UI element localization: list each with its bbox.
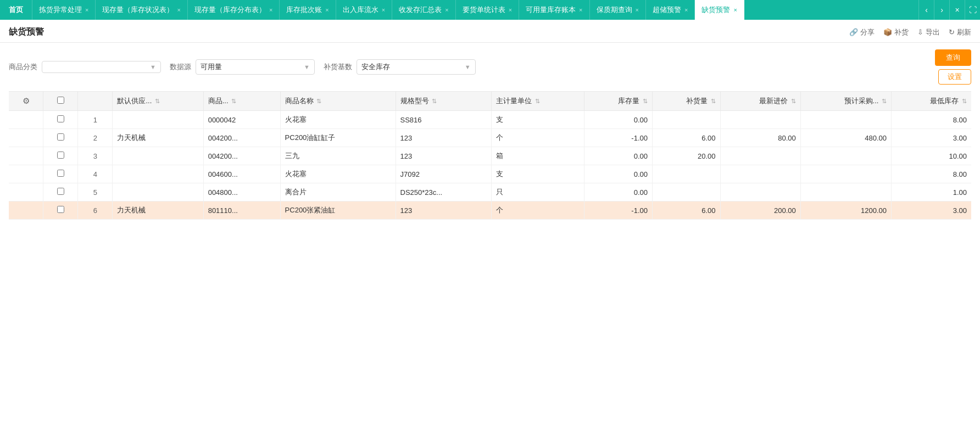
tab-shortage[interactable]: 缺货预警 × (695, 0, 744, 20)
row-est-cell (800, 183, 891, 201)
sort-icon: ⇅ (962, 98, 967, 104)
row-checkbox[interactable] (57, 152, 64, 159)
tab-expiry[interactable]: 保质期查询 × (590, 0, 646, 20)
table-row: 1 0000042 火花塞 SS816 支 0.00 8.00 (9, 111, 971, 129)
select-all-checkbox[interactable] (57, 97, 64, 104)
settings-button[interactable]: 设置 (938, 69, 971, 85)
row-supplier-cell (113, 165, 203, 183)
table-body: 1 0000042 火花塞 SS816 支 0.00 8.00 2 力天机械 0… (9, 111, 971, 220)
row-check-cell[interactable] (43, 201, 78, 220)
share-label: 分享 (860, 27, 875, 37)
close-icon[interactable]: × (325, 7, 328, 13)
row-num-cell: 4 (78, 165, 113, 183)
tab-pick-exception[interactable]: 拣货异常处理 × (32, 0, 96, 20)
nav-prev-button[interactable]: ‹ (918, 0, 934, 20)
col-header-replen[interactable]: 补货量 ⇅ (652, 92, 720, 111)
tab-demand[interactable]: 要货单统计表 × (456, 0, 519, 20)
close-icon[interactable]: × (85, 7, 88, 13)
close-icon[interactable]: × (733, 7, 737, 13)
row-check-cell[interactable] (43, 147, 78, 165)
close-icon[interactable]: × (269, 7, 272, 13)
category-select[interactable]: ▼ (42, 61, 161, 73)
nav-close-button[interactable]: × (949, 0, 965, 20)
col-header-supplier[interactable]: 默认供应... ⇅ (113, 92, 203, 111)
row-est-cell (800, 165, 891, 183)
row-checkbox[interactable] (57, 170, 64, 177)
tab-label: 缺货预警 (701, 5, 730, 15)
refresh-button[interactable]: ↻ 刷新 (949, 27, 971, 37)
close-icon[interactable]: × (509, 7, 512, 13)
row-num-cell: 5 (78, 183, 113, 201)
datasource-filter-group: 数据源 可用量 ▼ (170, 59, 315, 75)
col-header-code[interactable]: 商品... ⇅ (203, 92, 280, 111)
datasource-select[interactable]: 可用量 ▼ (196, 59, 315, 75)
nav-next-button[interactable]: › (934, 0, 949, 20)
table-header-row: ⚙ 默认供应... ⇅ 商品... ⇅ 商品名称 (9, 92, 971, 111)
col-price-label: 最新进价 (759, 97, 788, 105)
tab-batch[interactable]: 库存批次账 × (280, 0, 336, 20)
chevron-down-icon: ▼ (150, 64, 156, 70)
col-header-min[interactable]: 最低库存 ⇅ (892, 92, 971, 111)
row-checkbox[interactable] (57, 115, 64, 122)
table-row: 3 004200... 三九 123 箱 0.00 20.00 10.00 (9, 147, 971, 165)
row-est-cell (800, 147, 891, 165)
replenish-label: 补货 (894, 27, 909, 37)
close-icon[interactable]: × (579, 7, 582, 13)
gear-icon[interactable]: ⚙ (23, 96, 30, 105)
col-header-spec[interactable]: 规格型号 ⇅ (396, 92, 492, 111)
tab-inventory-dist[interactable]: 现存量（库存分布表） × (188, 0, 280, 20)
tab-overstock[interactable]: 超储预警 × (646, 0, 695, 20)
share-button[interactable]: 🔗 分享 (849, 27, 875, 37)
row-check-cell[interactable] (43, 129, 78, 147)
replenish-button[interactable]: 📦 补货 (883, 27, 909, 37)
sort-icon: ⇅ (316, 98, 321, 104)
col-header-price[interactable]: 最新进价 ⇅ (720, 92, 800, 111)
row-num-cell: 1 (78, 111, 113, 129)
tab-inout[interactable]: 出入库流水 × (336, 0, 392, 20)
row-check-cell[interactable] (43, 183, 78, 201)
page-title: 缺货预警 (9, 26, 44, 38)
row-name-cell: 三九 (280, 147, 396, 165)
row-replen-cell (652, 111, 720, 129)
close-icon[interactable]: × (636, 7, 639, 13)
close-icon[interactable]: × (177, 7, 180, 13)
row-unit-cell: 个 (492, 201, 584, 220)
row-replen-cell: 6.00 (652, 129, 720, 147)
share-icon: 🔗 (849, 28, 858, 36)
filter-buttons: 查询 设置 (935, 49, 971, 85)
row-supplier-cell: 力天机械 (113, 201, 203, 220)
col-header-est[interactable]: 预计采购... ⇅ (800, 92, 891, 111)
col-header-name[interactable]: 商品名称 ⇅ (280, 92, 396, 111)
tab-inventory-status[interactable]: 现存量（库存状况表） × (96, 0, 187, 20)
col-header-unit[interactable]: 主计量单位 ⇅ (492, 92, 584, 111)
close-icon[interactable]: × (382, 7, 385, 13)
close-icon[interactable]: × (445, 7, 448, 13)
col-header-gear[interactable]: ⚙ (9, 92, 43, 111)
col-header-stock[interactable]: 库存量 ⇅ (584, 92, 653, 111)
tab-home[interactable]: 首页 (0, 0, 32, 20)
row-gear-cell (9, 165, 43, 183)
tab-label: 可用量库存账本 (526, 5, 576, 15)
export-icon: ⇩ (917, 28, 923, 36)
category-label: 商品分类 (9, 62, 37, 72)
datasource-value: 可用量 (201, 62, 299, 72)
tab-label: 超储预警 (653, 5, 681, 15)
tab-summary[interactable]: 收发存汇总表 × (392, 0, 455, 20)
row-spec-cell: SS816 (396, 111, 492, 129)
close-icon[interactable]: × (684, 7, 688, 13)
row-replen-cell (652, 183, 720, 201)
query-button[interactable]: 查询 (935, 49, 971, 66)
chevron-down-icon: ▼ (304, 64, 310, 70)
row-checkbox[interactable] (57, 188, 64, 195)
row-check-cell[interactable] (43, 165, 78, 183)
col-header-check (43, 92, 78, 111)
row-check-cell[interactable] (43, 111, 78, 129)
nav-fullscreen-button[interactable]: ⛶ (965, 0, 980, 20)
export-button[interactable]: ⇩ 导出 (917, 27, 940, 37)
replen-base-select[interactable]: 安全库存 ▼ (357, 59, 476, 75)
sort-icon: ⇅ (432, 98, 437, 104)
row-stock-cell: 0.00 (584, 165, 653, 183)
tab-available[interactable]: 可用量库存账本 × (519, 0, 589, 20)
row-checkbox[interactable] (57, 133, 64, 141)
row-checkbox[interactable] (57, 206, 64, 213)
